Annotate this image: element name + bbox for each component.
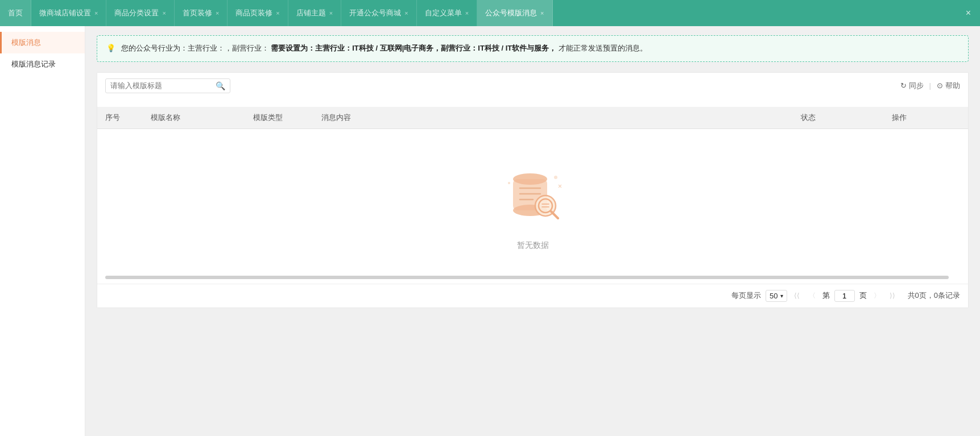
chevron-down-icon: ▾	[780, 293, 783, 299]
svg-point-13	[508, 182, 510, 184]
nav-tab-3[interactable]: 首页装修 ×	[175, 0, 228, 26]
next-page-button[interactable]: 〉	[871, 290, 883, 302]
nav-tab-home[interactable]: 首页	[0, 0, 31, 26]
notice-box: 💡 您的公众号行业为：主营行业：，副营行业： 需要设置为：主营行业：IT科技 /…	[97, 35, 969, 62]
table-container: 🔍 ↻ 同步 | ⊙ 帮助 序号 模版名称 模版	[97, 72, 969, 308]
page-label: 第	[822, 290, 830, 301]
nav-tab-3-close[interactable]: ×	[216, 10, 219, 16]
nav-tab-4[interactable]: 商品页装修 ×	[228, 0, 288, 26]
nav-tab-2-label: 商品分类设置	[114, 8, 159, 18]
close-all-button[interactable]: ×	[957, 0, 980, 26]
search-bar: 🔍 ↻ 同步 | ⊙ 帮助	[97, 73, 968, 99]
sync-icon: ↻	[900, 81, 907, 90]
sync-label: 同步	[909, 81, 924, 91]
nav-tab-8-close[interactable]: ×	[540, 10, 544, 16]
nav-tab-7-label: 自定义菜单	[425, 8, 462, 18]
table-header: 序号 模版名称 模版类型 消息内容 状态 操作	[97, 107, 968, 129]
scrollbar-track[interactable]	[97, 273, 968, 284]
sidebar-item-template-msg-record-label: 模版消息记录	[11, 60, 56, 68]
help-icon: ⊙	[937, 81, 943, 90]
nav-tab-7[interactable]: 自定义菜单 ×	[417, 0, 477, 26]
th-action: 操作	[892, 113, 960, 123]
sidebar-item-template-msg-record[interactable]: 模版消息记录	[0, 53, 85, 75]
last-page-button[interactable]: ⟩⟩	[887, 290, 898, 301]
empty-illustration-svg	[499, 163, 567, 231]
main-layout: 模版消息 模版消息记录 💡 您的公众号行业为：主营行业：，副营行业： 需要设置为…	[0, 26, 980, 436]
th-status: 状态	[801, 113, 892, 123]
nav-tab-4-label: 商品页装修	[235, 8, 272, 18]
search-icon[interactable]: 🔍	[216, 81, 225, 90]
empty-state: 暂无数据	[97, 129, 968, 273]
page-unit: 页	[859, 290, 867, 301]
search-input-wrap: 🔍	[105, 78, 230, 93]
page-size-select[interactable]: 50 ▾	[766, 290, 787, 302]
top-nav: 首页 微商城店铺设置 × 商品分类设置 × 首页装修 × 商品页装修 × 店铺主…	[0, 0, 980, 26]
notice-prefix: 您的公众号行业为：主营行业：，副营行业：	[121, 44, 269, 52]
th-index: 序号	[105, 113, 151, 123]
empty-illustration	[499, 163, 567, 231]
page-size-label: 每页显示	[731, 290, 761, 301]
content-area: 💡 您的公众号行业为：主营行业：，副营行业： 需要设置为：主营行业：IT科技 /…	[85, 26, 980, 436]
nav-tab-1[interactable]: 微商城店铺设置 ×	[31, 0, 106, 26]
toolbar-divider: |	[929, 81, 931, 90]
help-button[interactable]: ⊙ 帮助	[937, 81, 960, 91]
pagination: 每页显示 50 ▾ ⟨⟨ 〈 第 页 〉 ⟩⟩ 共0页，0条记录	[97, 284, 968, 308]
total-text: 共0页，0条记录	[908, 290, 960, 301]
nav-tab-3-label: 首页装修	[183, 8, 212, 18]
nav-tab-1-close[interactable]: ×	[94, 10, 98, 16]
toolbar-right: ↻ 同步 | ⊙ 帮助	[900, 81, 960, 91]
nav-tab-2-close[interactable]: ×	[162, 10, 166, 16]
nav-tab-6[interactable]: 开通公众号商城 ×	[341, 0, 416, 26]
bulb-icon: 💡	[106, 44, 115, 52]
svg-point-14	[554, 176, 557, 179]
svg-line-10	[551, 211, 558, 218]
prev-page-button[interactable]: 〈	[807, 290, 818, 302]
sidebar-item-template-msg-label: 模版消息	[11, 38, 41, 47]
svg-point-3	[513, 173, 547, 185]
nav-tab-5-label: 店铺主题	[296, 8, 326, 18]
nav-tab-6-label: 开通公众号商城	[349, 8, 401, 18]
sidebar: 模版消息 模版消息记录	[0, 26, 85, 436]
notice-suffix: 才能正常发送预置的消息。	[559, 44, 647, 52]
empty-text: 暂无数据	[517, 240, 549, 251]
nav-tab-home-label: 首页	[8, 8, 23, 18]
scrollbar-bar[interactable]	[105, 276, 949, 279]
nav-tab-5-close[interactable]: ×	[329, 10, 333, 16]
nav-tab-8[interactable]: 公众号模版消息 ×	[477, 0, 552, 26]
first-page-button[interactable]: ⟨⟨	[792, 290, 802, 301]
nav-tab-5[interactable]: 店铺主题 ×	[288, 0, 341, 26]
nav-tab-1-label: 微商城店铺设置	[39, 8, 91, 18]
nav-tab-4-close[interactable]: ×	[276, 10, 279, 16]
th-name: 模版名称	[151, 113, 253, 123]
help-label: 帮助	[945, 81, 960, 91]
page-number-input[interactable]	[834, 290, 855, 302]
nav-tab-2[interactable]: 商品分类设置 ×	[106, 0, 174, 26]
page-size-value: 50	[770, 292, 778, 300]
nav-tab-7-close[interactable]: ×	[465, 10, 469, 16]
notice-highlight: 需要设置为：主营行业：IT科技 / 互联网|电子商务，副营行业：IT科技 / I…	[271, 44, 556, 52]
nav-tab-6-close[interactable]: ×	[404, 10, 408, 16]
nav-tab-8-label: 公众号模版消息	[485, 8, 537, 18]
sync-button[interactable]: ↻ 同步	[900, 81, 924, 91]
th-type: 模版类型	[253, 113, 321, 123]
th-content: 消息内容	[321, 113, 801, 123]
sidebar-item-template-msg[interactable]: 模版消息	[0, 32, 85, 53]
search-input[interactable]	[110, 81, 216, 90]
